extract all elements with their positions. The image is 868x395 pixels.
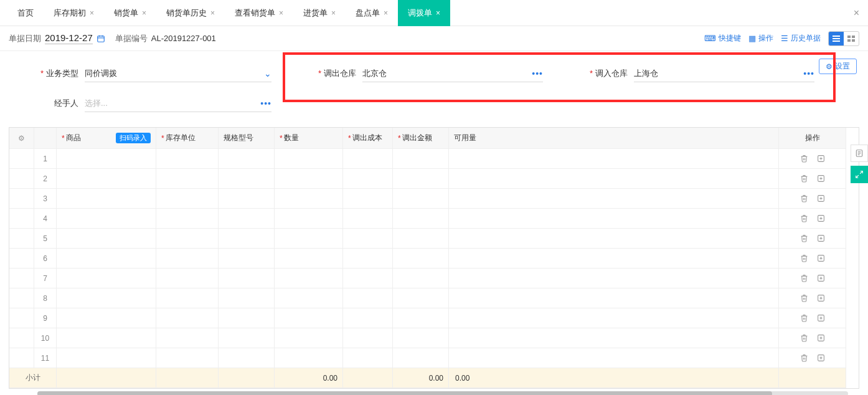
- tab-home[interactable]: 首页: [7, 0, 44, 26]
- cell-outamount[interactable]: [393, 288, 449, 308]
- cell-outamount[interactable]: [393, 189, 449, 209]
- tab-stocktake[interactable]: 盘点单×: [346, 0, 398, 26]
- close-icon[interactable]: ×: [279, 9, 283, 17]
- cell-unit[interactable]: [156, 189, 219, 209]
- biz-type-select[interactable]: 同价调拨 ⌄: [85, 65, 271, 82]
- tab-view-sales[interactable]: 查看销货单×: [225, 0, 293, 26]
- scan-badge[interactable]: 扫码录入: [116, 133, 151, 143]
- cell-qty[interactable]: [275, 269, 343, 288]
- cell-product[interactable]: [57, 288, 156, 308]
- history-link[interactable]: ☰历史单据: [781, 33, 821, 44]
- delete-row-icon[interactable]: [800, 194, 808, 202]
- delete-row-icon[interactable]: [800, 334, 808, 342]
- cell-qty[interactable]: [275, 288, 343, 308]
- cell-outcost[interactable]: [343, 229, 393, 249]
- cell-outcost[interactable]: [343, 149, 393, 169]
- close-icon[interactable]: ×: [436, 9, 440, 17]
- close-icon[interactable]: ×: [331, 9, 336, 17]
- cell-outamount[interactable]: [393, 169, 449, 189]
- delete-row-icon[interactable]: [800, 155, 808, 163]
- tab-sales-history[interactable]: 销货单历史×: [156, 0, 225, 26]
- cell-qty[interactable]: [275, 229, 343, 249]
- more-icon[interactable]: •••: [532, 69, 543, 79]
- cell-outamount[interactable]: [393, 209, 449, 229]
- cell-spec[interactable]: [219, 328, 275, 348]
- cell-spec[interactable]: [219, 209, 275, 229]
- cell-qty[interactable]: [275, 249, 343, 269]
- cell-outcost[interactable]: [343, 288, 393, 308]
- add-row-icon[interactable]: [817, 294, 825, 302]
- cell-unit[interactable]: [156, 288, 219, 308]
- horizontal-scrollbar[interactable]: [9, 390, 859, 395]
- cell-spec[interactable]: [219, 189, 275, 209]
- cell-product[interactable]: [57, 269, 156, 288]
- add-row-icon[interactable]: [817, 155, 825, 163]
- cell-outamount[interactable]: [393, 308, 449, 328]
- cell-spec[interactable]: [219, 169, 275, 189]
- cell-product[interactable]: [57, 169, 156, 189]
- out-warehouse-select[interactable]: 北京仓 •••: [362, 65, 543, 82]
- cell-product[interactable]: [57, 348, 156, 368]
- cell-unit[interactable]: [156, 149, 219, 169]
- cell-outcost[interactable]: [343, 189, 393, 209]
- delete-row-icon[interactable]: [800, 174, 808, 183]
- cell-spec[interactable]: [219, 269, 275, 288]
- close-icon[interactable]: ×: [142, 9, 146, 17]
- cell-outcost[interactable]: [343, 169, 393, 189]
- delete-row-icon[interactable]: [800, 274, 808, 282]
- add-row-icon[interactable]: [817, 234, 825, 242]
- cell-product[interactable]: [57, 149, 156, 169]
- delete-row-icon[interactable]: [800, 234, 808, 242]
- cell-unit[interactable]: [156, 308, 219, 328]
- cell-unit[interactable]: [156, 348, 219, 368]
- cell-product[interactable]: [57, 308, 156, 328]
- handler-select[interactable]: 选择... •••: [85, 95, 271, 112]
- delete-row-icon[interactable]: [800, 354, 808, 362]
- cell-spec[interactable]: [219, 229, 275, 249]
- cell-outcost[interactable]: [343, 269, 393, 288]
- cell-outamount[interactable]: [393, 348, 449, 368]
- cell-qty[interactable]: [275, 169, 343, 189]
- cell-product[interactable]: [57, 209, 156, 229]
- cell-outcost[interactable]: [343, 308, 393, 328]
- add-row-icon[interactable]: [817, 334, 825, 342]
- add-row-icon[interactable]: [817, 274, 825, 282]
- cell-product[interactable]: [57, 328, 156, 348]
- add-row-icon[interactable]: [817, 254, 825, 262]
- cell-spec[interactable]: [219, 348, 275, 368]
- tab-transfer[interactable]: 调拨单×: [398, 0, 450, 26]
- close-icon[interactable]: ×: [90, 9, 94, 17]
- cell-outcost[interactable]: [343, 209, 393, 229]
- cell-qty[interactable]: [275, 328, 343, 348]
- cell-spec[interactable]: [219, 249, 275, 269]
- date-value[interactable]: 2019-12-27: [45, 32, 93, 44]
- delete-row-icon[interactable]: [800, 294, 808, 302]
- cell-product[interactable]: [57, 189, 156, 209]
- cell-outcost[interactable]: [343, 348, 393, 368]
- cell-product[interactable]: [57, 249, 156, 269]
- close-icon[interactable]: ×: [210, 9, 215, 17]
- cell-unit[interactable]: [156, 209, 219, 229]
- cell-spec[interactable]: [219, 149, 275, 169]
- in-warehouse-select[interactable]: 上海仓 •••: [634, 65, 814, 82]
- col-settings[interactable]: ⚙: [9, 128, 34, 149]
- cell-product[interactable]: [57, 229, 156, 249]
- expand-button[interactable]: [851, 166, 868, 183]
- close-all-icon[interactable]: ×: [854, 7, 859, 19]
- add-row-icon[interactable]: [817, 354, 825, 362]
- cell-qty[interactable]: [275, 209, 343, 229]
- tab-purchase[interactable]: 进货单×: [293, 0, 346, 26]
- add-row-icon[interactable]: [817, 214, 825, 222]
- cell-unit[interactable]: [156, 229, 219, 249]
- more-icon[interactable]: •••: [803, 69, 814, 79]
- settings-button[interactable]: ⚙设置: [819, 59, 857, 74]
- cell-spec[interactable]: [219, 308, 275, 328]
- notes-button[interactable]: [851, 145, 868, 162]
- add-row-icon[interactable]: [817, 194, 825, 202]
- operate-link[interactable]: ▦操作: [748, 33, 773, 44]
- delete-row-icon[interactable]: [800, 314, 808, 322]
- cell-qty[interactable]: [275, 149, 343, 169]
- cell-unit[interactable]: [156, 269, 219, 288]
- tab-inventory-init[interactable]: 库存期初×: [44, 0, 104, 26]
- cell-outcost[interactable]: [343, 249, 393, 269]
